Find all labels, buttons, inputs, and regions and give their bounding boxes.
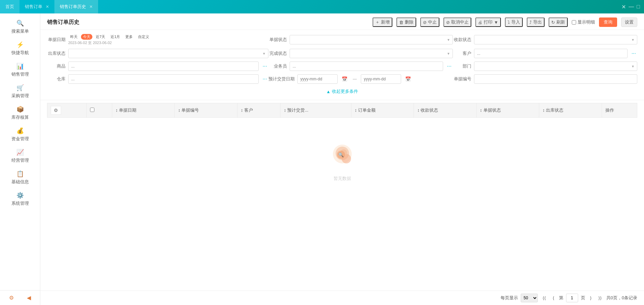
purchase-mgmt-icon: 🛒 [16, 84, 24, 91]
stop-button[interactable]: ⊘ 中止 [420, 17, 439, 27]
date-separator: — [351, 77, 358, 81]
col-customer[interactable]: ↕ 客户 [237, 103, 280, 118]
pagination-next-btn[interactable]: ⟩ [588, 295, 594, 301]
filter-row-3: 商品 ··· 业务员 ··· 部门 [47, 62, 637, 71]
receipt-status-select[interactable] [474, 35, 637, 44]
col-outbound-status[interactable]: ↕ 出库状态 [539, 103, 602, 118]
refresh-button[interactable]: ↻ 刷新 [549, 17, 568, 27]
col-doc-no-label: ↕ 单据编号 [178, 108, 199, 113]
doc-status-select-wrapper: ▼ [290, 35, 453, 44]
doc-status-field: 单据状态 ▼ [268, 35, 453, 44]
date-tabs: 昨天 今天 近7天 近1月 更多 自定义 [68, 34, 268, 40]
sidebar-item-sales-mgmt[interactable]: 📊 销售管理 [0, 59, 40, 81]
date-tab-more[interactable]: 更多 [123, 34, 135, 40]
sidebar-item-search-menu[interactable]: 🔍 搜索菜单 [0, 16, 40, 38]
cancel-stop-button[interactable]: ⊘ 取消中止 [443, 17, 471, 27]
collapse-row[interactable]: ▲ 收起更多条件 [47, 87, 637, 96]
table-settings-button[interactable]: ⚙ [51, 106, 61, 115]
outbound-select[interactable] [68, 49, 268, 58]
customer-ellipsis-icon[interactable]: ··· [630, 50, 637, 56]
dept-select[interactable] [474, 62, 637, 71]
sidebar-item-base-info[interactable]: 📋 基础信息 [0, 167, 40, 188]
date-tab-1month[interactable]: 近1月 [109, 34, 122, 40]
export-button[interactable]: ⤴ 导出 [527, 17, 545, 27]
tab-home[interactable]: 首页 [0, 0, 19, 13]
settings-button[interactable]: 设置 [621, 17, 637, 27]
sidebar-item-operations[interactable]: 📈 经营管理 [0, 145, 40, 167]
product-label: 商品 [47, 63, 66, 69]
col-delivery[interactable]: ↕ 预计交货... [280, 103, 351, 118]
sidebar-item-sys-mgmt-label: 系统管理 [11, 200, 29, 206]
col-amount[interactable]: ↕ 订单金额 [351, 103, 414, 118]
col-doc-no[interactable]: ↕ 单据编号 [175, 103, 237, 118]
sidebar-collapse-icon[interactable]: ◀ [27, 295, 31, 301]
col-receipt-status[interactable]: ↕ 收款状态 [414, 103, 476, 118]
cancel-stop-label: 取消中止 [451, 19, 469, 25]
warehouse-input[interactable] [68, 74, 259, 84]
tab-sales-history[interactable]: 销售订单历史 ✕ [54, 0, 98, 13]
window-minimize-icon[interactable]: — [629, 4, 634, 10]
top-bar-right: ✕ — □ [617, 4, 644, 10]
date-tab-yesterday[interactable]: 昨天 [68, 34, 80, 40]
date-tab-today[interactable]: 今天 [81, 34, 92, 40]
sidebar-item-sys-mgmt[interactable]: ⚙️ 系统管理 [0, 188, 40, 210]
pagination-prev-btn[interactable]: ⟨ [551, 295, 556, 301]
salesperson-input[interactable] [290, 62, 443, 71]
data-table: ⚙ ↕ 单据日期 ↕ 单据编号 [47, 103, 637, 118]
tab-bar: 首页 销售订单 ✕ 销售订单历史 ✕ [0, 0, 617, 13]
outbound-field: 出库状态 ▼ [47, 49, 268, 58]
window-close-icon[interactable]: ✕ [621, 4, 626, 10]
tab-sales-history-close[interactable]: ✕ [89, 4, 93, 9]
display-toggle-checkbox[interactable] [572, 20, 576, 25]
pagination-page-input[interactable] [566, 294, 578, 302]
import-button[interactable]: ⤵ 导入 [505, 17, 523, 27]
col-doc-status[interactable]: ↕ 单据状态 [476, 103, 539, 118]
base-info-icon: 📋 [16, 170, 24, 178]
product-ellipsis-icon[interactable]: ··· [261, 63, 268, 69]
tab-sales-order[interactable]: 销售订单 ✕ [19, 0, 54, 13]
tab-sales-order-close[interactable]: ✕ [46, 4, 49, 9]
query-button[interactable]: 查询 [599, 17, 617, 27]
page-title: 销售订单历史 [47, 19, 79, 26]
print-button[interactable]: 🖨 打印 ▼ [475, 17, 501, 27]
main-layout: 🔍 搜索菜单 ⚡ 快捷导航 📊 销售管理 🛒 采购管理 📦 库存核算 💰 资金管… [0, 13, 644, 305]
delivery-date-from-calendar-icon[interactable]: 📅 [340, 76, 349, 82]
sidebar-item-purchase-mgmt[interactable]: 🛒 采购管理 [0, 81, 40, 102]
date-tab-7days[interactable]: 近7天 [94, 34, 107, 40]
delivery-date-to-calendar-icon[interactable]: 📅 [404, 76, 412, 82]
pagination-last-btn[interactable]: ⟩⟩ [596, 295, 604, 301]
sidebar-settings-icon[interactable]: ⚙ [9, 295, 14, 301]
new-button[interactable]: ＋ 新增 [373, 17, 392, 27]
page-header: 销售订单历史 ＋ 新增 🗑 删除 ⊘ 中止 ⊘ [40, 13, 644, 30]
doc-status-select[interactable] [290, 35, 453, 44]
doc-status-label: 单据状态 [268, 37, 287, 43]
window-maximize-icon[interactable]: □ [637, 4, 640, 10]
pagination-first-btn[interactable]: ⟨⟨ [541, 295, 548, 301]
sidebar-item-finance[interactable]: 💰 资金管理 [0, 124, 40, 145]
select-all-checkbox[interactable] [90, 108, 94, 112]
customer-field: 客户 ··· [453, 49, 637, 58]
warehouse-ellipsis-icon[interactable]: ··· [261, 76, 268, 82]
per-page-select[interactable]: 10 20 50 100 [521, 294, 538, 302]
delete-button[interactable]: 🗑 删除 [396, 17, 416, 27]
refresh-icon: ↻ [551, 20, 555, 25]
salesperson-ellipsis-icon[interactable]: ··· [446, 63, 453, 69]
sidebar-item-inventory[interactable]: 📦 库存核算 [0, 102, 40, 124]
customer-input[interactable] [474, 49, 628, 58]
col-settings: ⚙ [47, 103, 87, 118]
col-date[interactable]: ↕ 单据日期 [112, 103, 174, 118]
delivery-date-from-input[interactable] [297, 74, 338, 84]
refresh-label: 刷新 [556, 19, 565, 25]
complete-select[interactable] [290, 49, 453, 58]
pagination-page-suffix: 页 [581, 295, 585, 301]
sidebar-item-quick-nav[interactable]: ⚡ 快捷导航 [0, 38, 40, 59]
customer-label: 客户 [453, 50, 471, 56]
doc-no-input[interactable] [474, 74, 637, 84]
date-tab-custom[interactable]: 自定义 [136, 34, 151, 40]
delivery-date-to-input[interactable] [361, 74, 401, 84]
product-input[interactable] [68, 62, 259, 71]
per-page-label: 每页显示 [501, 295, 518, 301]
display-toggle-label: 显示明细 [577, 19, 595, 25]
delete-label: 删除 [405, 19, 414, 25]
new-icon: ＋ [375, 19, 380, 25]
